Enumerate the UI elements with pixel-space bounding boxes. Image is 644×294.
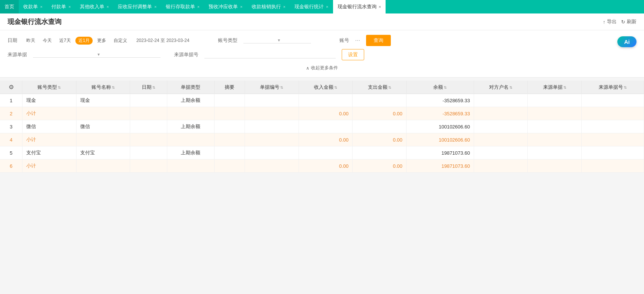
sort-icon-account_type: ⇅ bbox=[58, 85, 61, 90]
cell-date bbox=[130, 160, 167, 173]
source-doc-arrow: ▼ bbox=[97, 52, 159, 57]
cell-balance: -3528659.33 bbox=[406, 94, 474, 107]
nav-tab-预收冲应收单[interactable]: 预收冲应收单× bbox=[204, 0, 247, 13]
date-btn-近1月[interactable]: 近1月 bbox=[75, 37, 93, 45]
cell-summary bbox=[214, 133, 245, 146]
date-btn-更多[interactable]: 更多 bbox=[94, 37, 109, 45]
export-button[interactable]: ↑ 导出 bbox=[603, 18, 617, 25]
page-header: 现金银行流水查询 ↑ 导出 ↻ 刷新 bbox=[0, 13, 644, 30]
cell-doc_no bbox=[245, 146, 299, 160]
col-summary: 摘要 bbox=[214, 81, 245, 94]
cell-counterpart bbox=[474, 133, 528, 146]
date-options: 昨天今天近7天近1月更多自定义 bbox=[23, 37, 130, 45]
cell-balance: -3528659.33 bbox=[406, 107, 474, 120]
cell-no: 3 bbox=[0, 120, 23, 133]
cell-date bbox=[130, 107, 167, 120]
settings-button[interactable]: 设置 bbox=[342, 49, 364, 60]
cell-account_type: 现金 bbox=[23, 94, 77, 107]
cell-no: 1 bbox=[0, 94, 23, 107]
cell-doc_no bbox=[245, 107, 299, 120]
nav-tab-收款单[interactable]: 收款单× bbox=[19, 0, 47, 13]
cell-no: 6 bbox=[0, 160, 23, 173]
filter-area: 日期 昨天今天近7天近1月更多自定义 2023-02-24 至 2023-03-… bbox=[0, 30, 644, 78]
cell-summary bbox=[214, 107, 245, 120]
cell-no: 2 bbox=[0, 107, 23, 120]
cell-account_name bbox=[76, 107, 130, 120]
cell-balance: 19871073.60 bbox=[406, 146, 474, 160]
cell-account_name: 支付宝 bbox=[76, 146, 130, 160]
sort-icon-expense: ⇅ bbox=[388, 85, 391, 90]
cell-source_doc bbox=[528, 107, 582, 120]
cell-source_doc_no bbox=[581, 94, 644, 107]
col-settings: ⚙ bbox=[0, 81, 23, 94]
table-settings-icon[interactable]: ⚙ bbox=[9, 84, 14, 90]
col-account_name[interactable]: 账号名称⇅ bbox=[76, 81, 130, 94]
query-button[interactable]: 查询 bbox=[366, 35, 391, 46]
cell-source_doc bbox=[528, 120, 582, 133]
ai-button[interactable]: Ai bbox=[617, 36, 636, 47]
cell-account_name bbox=[76, 133, 130, 146]
col-doc_no[interactable]: 单据编号⇅ bbox=[245, 81, 299, 94]
cell-doc_type bbox=[167, 160, 214, 173]
cell-date bbox=[130, 120, 167, 133]
cell-account_type: 小计 bbox=[23, 133, 77, 146]
date-btn-近7天[interactable]: 近7天 bbox=[56, 37, 74, 45]
cell-balance: 100102606.60 bbox=[406, 120, 474, 133]
table-row: 6小计0.000.0019871073.60 bbox=[0, 160, 644, 173]
export-label: 导出 bbox=[607, 18, 617, 25]
col-income[interactable]: 收入金额⇅ bbox=[299, 81, 353, 94]
nav-tab-银行存取款单[interactable]: 银行存取款单× bbox=[161, 0, 204, 13]
cell-counterpart bbox=[474, 160, 528, 173]
cell-counterpart bbox=[474, 94, 528, 107]
nav-home[interactable]: 首页 bbox=[0, 0, 19, 13]
cell-source_doc_no bbox=[581, 146, 644, 160]
col-balance[interactable]: 余额⇅ bbox=[406, 81, 474, 94]
nav-tab-其他收入单[interactable]: 其他收入单× bbox=[75, 0, 113, 13]
top-nav: 首页 收款单×付款单×其他收入单×应收应付调整单×银行存取款单×预收冲应收单×收… bbox=[0, 0, 644, 13]
date-btn-自定义[interactable]: 自定义 bbox=[111, 37, 130, 45]
nav-tab-现金银行流水查询[interactable]: 现金银行流水查询× bbox=[333, 0, 386, 13]
refresh-button[interactable]: ↻ 刷新 bbox=[621, 18, 636, 25]
cell-summary bbox=[214, 146, 245, 160]
table-row: 1现金现金上期余额-3528659.33 bbox=[0, 94, 644, 107]
col-date[interactable]: 日期⇅ bbox=[130, 81, 167, 94]
collapse-icon: ∧ bbox=[306, 66, 309, 71]
sort-icon-account_name: ⇅ bbox=[112, 85, 115, 90]
table-container: ⚙账号类型⇅账号名称⇅日期⇅单据类型摘要单据编号⇅收入金额⇅支出金额⇅余额⇅对方… bbox=[0, 81, 644, 173]
nav-tab-收款核销执行[interactable]: 收款核销执行× bbox=[247, 0, 290, 13]
col-source_doc[interactable]: 来源单据⇅ bbox=[528, 81, 582, 94]
col-account_type[interactable]: 账号类型⇅ bbox=[23, 81, 77, 94]
date-btn-昨天[interactable]: 昨天 bbox=[23, 37, 38, 45]
account-type-select[interactable]: ▼ bbox=[243, 37, 311, 43]
nav-tab-现金银行统计[interactable]: 现金银行统计× bbox=[290, 0, 333, 13]
account-dots[interactable]: ··· bbox=[355, 37, 360, 44]
cell-doc_type bbox=[167, 133, 214, 146]
cell-source_doc_no bbox=[581, 133, 644, 146]
refresh-label: 刷新 bbox=[627, 18, 636, 25]
source-doc-select[interactable]: ▼ bbox=[33, 52, 161, 58]
nav-tab-付款单[interactable]: 付款单× bbox=[47, 0, 75, 13]
cell-account_type: 小计 bbox=[23, 107, 77, 120]
cell-counterpart bbox=[474, 107, 528, 120]
header-actions: ↑ 导出 ↻ 刷新 bbox=[603, 18, 637, 25]
cell-income: 0.00 bbox=[299, 160, 353, 173]
collapse-bar[interactable]: ∧ 收起更多条件 bbox=[8, 63, 636, 73]
col-counterpart[interactable]: 对方户名⇅ bbox=[474, 81, 528, 94]
cell-account_type: 微信 bbox=[23, 120, 77, 133]
cell-counterpart bbox=[474, 120, 528, 133]
cell-counterpart bbox=[474, 146, 528, 160]
col-source_doc_no[interactable]: 来源单据号⇅ bbox=[581, 81, 644, 94]
col-expense[interactable]: 支出金额⇅ bbox=[353, 81, 407, 94]
nav-tab-应收应付调整单[interactable]: 应收应付调整单× bbox=[113, 0, 161, 13]
cell-doc_type: 上期余额 bbox=[167, 146, 214, 160]
cell-expense: 0.00 bbox=[353, 160, 407, 173]
cell-income bbox=[299, 94, 353, 107]
table-row: 3微信微信上期余额100102606.60 bbox=[0, 120, 644, 133]
source-doc-no-input[interactable] bbox=[204, 51, 336, 58]
cell-doc_no bbox=[245, 120, 299, 133]
date-btn-今天[interactable]: 今天 bbox=[40, 37, 55, 45]
export-icon: ↑ bbox=[603, 19, 606, 25]
cell-expense: 0.00 bbox=[353, 133, 407, 146]
date-range: 2023-02-24 至 2023-03-24 bbox=[136, 37, 189, 44]
cell-expense: 0.00 bbox=[353, 107, 407, 120]
